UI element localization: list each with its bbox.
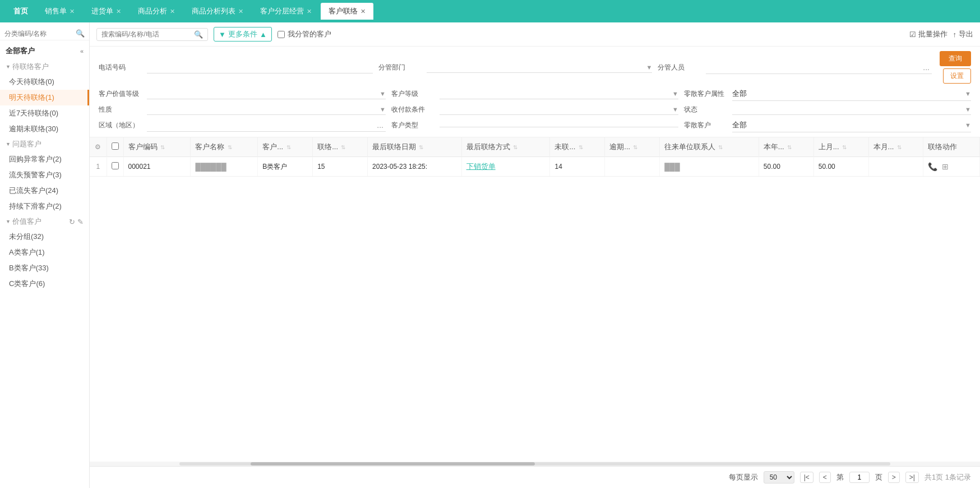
sidebar-b-class[interactable]: B类客户(33) — [0, 260, 89, 276]
retail-customer-field: 零散客户 全部 ▼ — [684, 118, 971, 132]
sidebar-tomorrow-contact[interactable]: 明天待联络(1) — [0, 90, 89, 105]
th-last-month[interactable]: 上月... ⇅ — [813, 137, 868, 157]
action-icons: 📞 ⊞ — [928, 162, 975, 171]
last-page-btn[interactable]: >| — [905, 472, 919, 483]
filter-row-4: 区域（地区） ... 客户类型 零散客户 全部 ▼ — [99, 118, 971, 132]
person-select[interactable]: ... — [706, 61, 932, 74]
main-search-icon[interactable]: 🔍 — [194, 30, 203, 39]
th-last-contact-method[interactable]: 最后联络方式 ⇅ — [461, 137, 550, 157]
first-page-btn[interactable]: |< — [800, 472, 813, 483]
settings-button[interactable]: 设置 — [943, 68, 971, 84]
th-this-month[interactable]: 本月... ⇅ — [868, 137, 923, 157]
dept-select[interactable]: ▼ — [427, 62, 653, 73]
nav-product-analysis-close[interactable]: ✕ — [170, 8, 175, 15]
nav-customer-tiering[interactable]: 客户分层经营 ✕ — [252, 3, 320, 20]
select-all-checkbox[interactable] — [112, 142, 119, 150]
value-group-edit-icon[interactable]: ✎ — [77, 218, 84, 226]
row-checkbox[interactable] — [112, 162, 119, 169]
sidebar-repurchase-abnormal[interactable]: 回购异常客户(2) — [0, 151, 89, 167]
action-grid-icon[interactable]: ⊞ — [942, 162, 949, 171]
method-sort-icon: ⇅ — [513, 144, 517, 150]
nav-sales-order-close[interactable]: ✕ — [70, 8, 75, 15]
sidebar-all-customers[interactable]: 全部客户 « — [0, 43, 89, 59]
th-this-year[interactable]: 本年... ⇅ — [759, 137, 813, 157]
nav-product-analysis[interactable]: 商品分析 ✕ — [130, 3, 183, 20]
th-name[interactable]: 客户名称 ⇅ — [191, 137, 258, 157]
th-contact-person[interactable]: 往来单位联系人 ⇅ — [660, 137, 759, 157]
filter-panel: 电话号码 分管部门 ▼ 分管人员 ... — [90, 47, 980, 137]
query-button[interactable]: 查询 — [940, 51, 971, 66]
phone-input[interactable] — [147, 62, 373, 73]
th-code[interactable]: 客户编码 ⇅ — [123, 137, 191, 157]
last-contact-link[interactable]: 下销货单 — [466, 162, 496, 171]
sidebar-search-icon[interactable]: 🔍 — [76, 29, 85, 38]
customer-grade-select[interactable]: ▼ — [440, 89, 678, 99]
area-select[interactable]: ... — [147, 119, 386, 132]
main-layout: 🔍 全部客户 « 待联络客户 今天待联络(0) 明天待联络(1) 近7天待联络(… — [0, 22, 980, 488]
my-customers-check[interactable] — [278, 31, 285, 38]
sidebar-a-class[interactable]: A类客户(1) — [0, 245, 89, 260]
retail-customer-value: 全部 — [732, 120, 747, 130]
sidebar-ungrouped[interactable]: 未分组(32) — [0, 229, 89, 245]
th-overdue[interactable]: 逾期... ⇅ — [605, 137, 660, 157]
scrollbar-thumb[interactable] — [251, 462, 535, 466]
table-header-row: ⚙ 客户编码 ⇅ 客户名称 ⇅ 客户... — [90, 137, 980, 157]
nav-purchase-order[interactable]: 进货单 ✕ — [84, 3, 129, 20]
customer-value-chevron-icon: ▼ — [380, 90, 386, 97]
sidebar-losing-customers[interactable]: 流失预警客户(3) — [0, 167, 89, 183]
nav-product-analysis-list-close[interactable]: ✕ — [238, 8, 243, 15]
dept-label: 分管部门 — [378, 63, 423, 72]
sidebar-week-contact[interactable]: 近7天待联络(0) — [0, 105, 89, 121]
type-sort-icon: ⇅ — [286, 144, 291, 150]
area-field: 区域（地区） ... — [99, 119, 386, 132]
export-icon: ↑ — [953, 30, 957, 39]
table-area: ⚙ 客户编码 ⇅ 客户名称 ⇅ 客户... — [90, 137, 980, 462]
search-bar: 🔍 ▼ 更多条件 ▲ 我分管的客户 ☑ 批量操作 ↑ 导出 — [90, 22, 980, 47]
nav-home[interactable]: 首页 — [6, 3, 36, 20]
th-settings[interactable]: ⚙ — [90, 137, 107, 157]
more-conditions-label: 更多条件 — [228, 29, 257, 39]
nav-sales-order[interactable]: 销售单 ✕ — [37, 3, 82, 20]
gender-select[interactable]: ▼ — [147, 104, 386, 115]
horizontal-scrollbar[interactable] — [90, 462, 980, 466]
area-dots-icon[interactable]: ... — [375, 121, 386, 130]
sidebar-c-class[interactable]: C类客户(6) — [0, 276, 89, 292]
th-not-contacted[interactable]: 未联... ⇅ — [550, 137, 605, 157]
retail-attr-chevron-icon: ▼ — [965, 90, 971, 97]
sidebar-continuous-decline[interactable]: 持续下滑客户(2) — [0, 199, 89, 214]
retail-attr-select[interactable]: 全部 ▼ — [732, 87, 971, 101]
main-search-input[interactable] — [101, 30, 191, 38]
sidebar-overdue-contact[interactable]: 逾期未联络(30) — [0, 121, 89, 137]
nav-product-analysis-list[interactable]: 商品分析列表 ✕ — [184, 3, 251, 20]
td-code: 000021 — [123, 157, 191, 177]
batch-ops-checkbox-icon: ☑ — [909, 30, 916, 39]
my-customers-checkbox[interactable]: 我分管的客户 — [278, 29, 331, 39]
payment-select[interactable]: ▼ — [440, 104, 678, 115]
sidebar-lost-customers[interactable]: 已流失客户(24) — [0, 183, 89, 199]
page-size-select[interactable]: 50 100 200 — [764, 471, 794, 484]
nav-customer-contact[interactable]: 客户联络 ✕ — [321, 3, 373, 20]
th-last-contact-date[interactable]: 最后联络日期 ⇅ — [368, 137, 462, 157]
value-group-refresh-icon[interactable]: ↻ — [69, 218, 75, 226]
customer-value-select[interactable]: ▼ — [147, 89, 386, 99]
batch-ops-btn[interactable]: ☑ 批量操作 — [909, 29, 947, 39]
nav-purchase-order-close[interactable]: ✕ — [116, 8, 121, 15]
filter-row-2: 客户价值等级 ▼ 客户等级 ▼ 零散客户属性 全部 — [99, 87, 971, 101]
th-contact-count[interactable]: 联络... ⇅ — [313, 137, 368, 157]
action-phone-icon[interactable]: 📞 — [928, 162, 937, 171]
customer-type-select[interactable] — [440, 123, 678, 127]
sidebar-search-input[interactable] — [4, 30, 73, 38]
nav-customer-contact-close[interactable]: ✕ — [360, 8, 366, 15]
th-type[interactable]: 客户... ⇅ — [258, 137, 313, 157]
status-select[interactable]: ▼ — [732, 104, 971, 115]
masked-contact-person: ███ — [664, 163, 680, 171]
sidebar-today-contact[interactable]: 今天待联络(0) — [0, 74, 89, 90]
export-btn[interactable]: ↑ 导出 — [953, 29, 974, 39]
retail-customer-select[interactable]: 全部 ▼ — [732, 118, 971, 132]
page-number-input[interactable] — [849, 472, 870, 483]
more-conditions-btn[interactable]: ▼ 更多条件 ▲ — [214, 27, 272, 42]
person-dots-icon[interactable]: ... — [921, 63, 932, 72]
nav-customer-tiering-close[interactable]: ✕ — [307, 8, 312, 15]
next-page-btn[interactable]: > — [888, 472, 900, 483]
prev-page-btn[interactable]: < — [819, 472, 831, 483]
